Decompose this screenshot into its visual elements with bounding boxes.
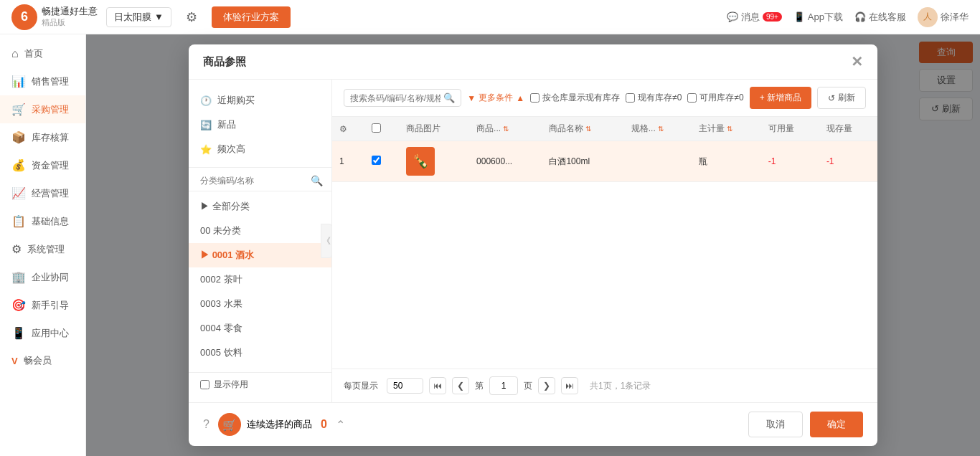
select-all-checkbox[interactable]: [372, 123, 381, 133]
table-settings-icon[interactable]: ⚙: [339, 124, 347, 134]
sidebar-item-enterprise[interactable]: 🏢 企业协同: [0, 263, 85, 291]
by-warehouse-checkbox[interactable]: [530, 93, 540, 103]
more-conditions-button[interactable]: ▼ 更多条件 ▲: [467, 92, 524, 104]
modal-title: 商品参照: [203, 55, 246, 69]
code-sort-icon[interactable]: ⇅: [503, 125, 509, 133]
user-avatar: 人: [918, 7, 938, 27]
per-page-select[interactable]: 50 10 20 100: [387, 378, 423, 394]
last-page-button[interactable]: ⏭: [561, 377, 578, 394]
sidebar-item-apps-label: 应用中心: [32, 327, 69, 340]
sidebar-item-system[interactable]: ⚙ 系统管理: [0, 235, 85, 263]
code-th[interactable]: 商品... ⇅: [469, 117, 542, 141]
overlay: 商品参照 ✕ 🕐 近期购买 🔄: [86, 34, 980, 456]
cancel-button[interactable]: 取消: [748, 412, 803, 437]
usable-nonzero-filter[interactable]: 可用库存≠0: [687, 92, 743, 104]
products-table: ⚙ 商品图片: [332, 117, 877, 182]
row-checkbox[interactable]: [372, 156, 381, 165]
category-item-0005[interactable]: 0005 饮料: [189, 341, 331, 365]
next-page-icon: ❯: [543, 381, 550, 391]
sidebar-item-basic[interactable]: 📋 基础信息: [0, 207, 85, 235]
available-nonzero-filter[interactable]: 现有库存≠0: [626, 92, 682, 104]
sidebar-item-home[interactable]: ⌂ 首页: [0, 40, 85, 67]
available-nonzero-checkbox[interactable]: [626, 93, 635, 103]
action-buttons: + 新增商品 ↺ 刷新: [750, 87, 866, 109]
row-code-cell: 000600...: [469, 141, 542, 182]
trial-button[interactable]: 体验行业方案: [212, 6, 291, 28]
message-icon: 💬: [727, 11, 738, 22]
settings-icon[interactable]: ⚙: [180, 6, 203, 29]
prev-page-icon: ❮: [457, 381, 464, 391]
unit-sort-icon[interactable]: ⇅: [727, 125, 732, 133]
unit-th[interactable]: 主计量 ⇅: [692, 117, 761, 141]
recent-icon: 🕐: [200, 95, 212, 106]
enterprise-icon: 🏢: [11, 270, 26, 284]
right-panel: 🔍 ▼ 更多条件 ▲ 按仓库显示现有库存: [332, 80, 877, 402]
category-search-input[interactable]: [200, 176, 308, 186]
product-search-input[interactable]: [350, 93, 440, 103]
sidebar-item-finance[interactable]: 💰 资金管理: [0, 151, 85, 179]
modal-dialog: 商品参照 ✕ 🕐 近期购买 🔄: [189, 44, 877, 446]
page-number-input[interactable]: [489, 376, 518, 395]
sidebar-item-guide[interactable]: 🎯 新手引导: [0, 291, 85, 319]
category-item-0002[interactable]: 0002 茶叶: [189, 267, 331, 292]
refresh-button[interactable]: ↺ 刷新: [817, 87, 866, 109]
left-panel: 🕐 近期购买 🔄 新品 ⭐ 频次高: [189, 80, 332, 402]
settings-th: ⚙: [332, 117, 364, 141]
quick-item-frequent[interactable]: ⭐ 频次高: [189, 137, 331, 161]
app-download-item[interactable]: 📱 App下载: [793, 11, 843, 24]
next-page-button[interactable]: ❯: [538, 377, 555, 394]
category-item-0004[interactable]: 0004 零食: [189, 316, 331, 341]
user-item[interactable]: 人 徐泽华: [918, 7, 969, 27]
by-warehouse-filter[interactable]: 按仓库显示现有库存: [530, 92, 620, 104]
quick-item-new[interactable]: 🔄 新品: [189, 113, 331, 137]
refresh-icon: ↺: [828, 93, 835, 103]
product-image: 🍾: [406, 147, 435, 176]
spec-th[interactable]: 规格... ⇅: [624, 117, 692, 141]
show-disabled-checkbox[interactable]: [200, 380, 209, 389]
name-sort-icon[interactable]: ⇅: [585, 125, 591, 133]
basic-icon: 📋: [11, 214, 26, 228]
spec-sort-icon[interactable]: ⇅: [658, 125, 664, 133]
sidebar-item-purchase-label: 采购管理: [32, 103, 69, 116]
first-page-button[interactable]: ⏮: [429, 377, 446, 394]
category-search-icon[interactable]: 🔍: [311, 175, 323, 186]
category-item-0001[interactable]: ▶ 0001 酒水: [189, 243, 331, 267]
quick-item-recent[interactable]: 🕐 近期购买: [189, 88, 331, 113]
sidebar-item-operations[interactable]: 📈 经营管理: [0, 179, 85, 207]
category-item-00[interactable]: 00 未分类: [189, 219, 331, 243]
table-row[interactable]: 1 🍾: [332, 141, 877, 182]
add-product-button[interactable]: + 新增商品: [750, 87, 811, 109]
sidebar-item-sales[interactable]: 📊 销售管理: [0, 67, 85, 95]
modal-close-button[interactable]: ✕: [851, 54, 863, 69]
headset-icon: 🎧: [854, 11, 866, 22]
row-name-cell: 白酒100ml: [542, 141, 623, 182]
page-content: 查询 设置 ↺ 刷新 商品参照 ✕ 🕐: [86, 34, 980, 456]
collapse-panel-button[interactable]: 《: [321, 224, 332, 258]
prev-page-button[interactable]: ❮: [452, 377, 469, 394]
sidebar-item-purchase[interactable]: 🛒 采购管理: [0, 95, 85, 123]
category-item-0008[interactable]: 0008 水: [189, 365, 331, 372]
row-image-cell: 🍾: [399, 141, 469, 182]
help-icon[interactable]: ?: [203, 418, 209, 431]
confirm-button[interactable]: 确定: [810, 412, 863, 437]
online-service-item[interactable]: 🎧 在线客服: [854, 11, 906, 24]
messages-item[interactable]: 💬 消息 99+: [727, 11, 782, 24]
sidebar-item-home-label: 首页: [24, 47, 43, 60]
first-page-icon: ⏮: [433, 381, 442, 391]
quick-items: 🕐 近期购买 🔄 新品 ⭐ 频次高: [189, 85, 331, 164]
name-th[interactable]: 商品名称 ⇅: [542, 117, 623, 141]
category-item-all[interactable]: ▶ 全部分类: [189, 194, 331, 219]
pagination-bar: 每页显示 50 10 20 100 ⏮: [332, 369, 877, 402]
cart-button[interactable]: 🛒: [218, 413, 241, 436]
store-selector[interactable]: 日太阳膜 ▼: [106, 7, 171, 27]
collapse-footer-icon[interactable]: ⌃: [336, 418, 345, 432]
category-item-0003[interactable]: 0003 水果: [189, 292, 331, 316]
cart-icon: 🛒: [222, 418, 237, 432]
sidebar-item-inventory[interactable]: 📦 库存核算: [0, 123, 85, 151]
sidebar-item-basic-label: 基础信息: [32, 215, 69, 228]
search-icon: 🔍: [443, 92, 455, 103]
sidebar-item-apps[interactable]: 📱 应用中心: [0, 319, 85, 347]
category-search-bar: 🔍: [189, 171, 331, 191]
sidebar-item-member[interactable]: V 畅会员: [0, 347, 85, 374]
usable-nonzero-checkbox[interactable]: [687, 93, 697, 103]
